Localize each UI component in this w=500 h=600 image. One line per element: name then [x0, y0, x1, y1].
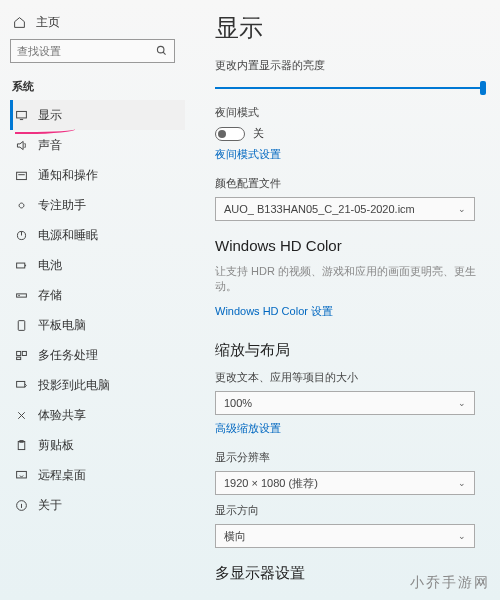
color-profile-value: AUO_ B133HAN05_C_21-05-2020.icm	[224, 203, 415, 215]
sidebar-item-label: 电源和睡眠	[38, 227, 98, 244]
page-title: 显示	[215, 12, 486, 44]
sidebar-item-sound[interactable]: 声音	[10, 130, 185, 160]
search-field[interactable]	[17, 45, 155, 57]
resolution-select[interactable]: 1920 × 1080 (推荐) ⌄	[215, 471, 475, 495]
svg-rect-7	[18, 320, 25, 330]
storage-icon	[14, 289, 28, 302]
sidebar-item-label: 体验共享	[38, 407, 86, 424]
sidebar-item-clipboard[interactable]: 剪贴板	[10, 430, 185, 460]
home-button[interactable]: 主页	[10, 10, 185, 39]
sidebar-item-about[interactable]: 关于	[10, 490, 185, 520]
sidebar-item-power[interactable]: 电源和睡眠	[10, 220, 185, 250]
chevron-down-icon: ⌄	[458, 204, 466, 214]
svg-rect-5	[16, 293, 26, 296]
nightlight-label: 夜间模式	[215, 105, 486, 120]
sidebar-item-shared[interactable]: 体验共享	[10, 400, 185, 430]
sidebar-item-label: 投影到此电脑	[38, 377, 110, 394]
multitask-icon	[14, 349, 28, 362]
svg-rect-1	[16, 111, 26, 118]
hdcolor-header: Windows HD Color	[215, 237, 486, 254]
sidebar-item-label: 平板电脑	[38, 317, 86, 334]
sidebar-item-label: 剪贴板	[38, 437, 74, 454]
brightness-slider[interactable]	[215, 79, 486, 97]
resolution-value: 1920 × 1080 (推荐)	[224, 476, 318, 491]
about-icon	[14, 499, 28, 512]
sidebar-item-remote[interactable]: 远程桌面	[10, 460, 185, 490]
sidebar-item-multitask[interactable]: 多任务处理	[10, 340, 185, 370]
scale-value: 100%	[224, 397, 252, 409]
project-icon	[14, 379, 28, 392]
sidebar-item-label: 显示	[38, 107, 62, 124]
nightlight-settings-link[interactable]: 夜间模式设置	[215, 147, 281, 162]
chevron-down-icon: ⌄	[458, 531, 466, 541]
search-input[interactable]	[10, 39, 175, 63]
chevron-down-icon: ⌄	[458, 398, 466, 408]
chevron-down-icon: ⌄	[458, 478, 466, 488]
brightness-label: 更改内置显示器的亮度	[215, 58, 486, 73]
svg-rect-9	[22, 351, 26, 355]
remote-icon	[14, 469, 28, 482]
sidebar-item-label: 远程桌面	[38, 467, 86, 484]
watermark: 小乔手游网	[410, 574, 490, 592]
sidebar: 主页 系统 显示 声音 通知和操作 专注助手 电源和睡眠 电池	[0, 0, 185, 600]
section-header: 系统	[10, 73, 185, 100]
display-icon	[14, 109, 28, 122]
hdcolor-desc: 让支持 HDR 的视频、游戏和应用的画面更明亮、更生动。	[215, 264, 486, 294]
sidebar-item-tablet[interactable]: 平板电脑	[10, 310, 185, 340]
hdcolor-link[interactable]: Windows HD Color 设置	[215, 304, 333, 319]
sidebar-item-project[interactable]: 投影到此电脑	[10, 370, 185, 400]
focus-icon	[14, 199, 28, 212]
nightlight-toggle[interactable]	[215, 127, 245, 141]
home-label: 主页	[36, 14, 60, 31]
clipboard-icon	[14, 439, 28, 452]
scale-header: 缩放与布局	[215, 341, 486, 360]
home-icon	[12, 16, 26, 29]
color-profile-select[interactable]: AUO_ B133HAN05_C_21-05-2020.icm ⌄	[215, 197, 475, 221]
color-profile-label: 颜色配置文件	[215, 176, 486, 191]
sidebar-item-label: 通知和操作	[38, 167, 98, 184]
search-icon	[155, 44, 168, 59]
sidebar-item-label: 专注助手	[38, 197, 86, 214]
sidebar-item-label: 声音	[38, 137, 62, 154]
orientation-label: 显示方向	[215, 503, 486, 518]
notifications-icon	[14, 169, 28, 182]
nightlight-state: 关	[253, 126, 264, 141]
svg-rect-2	[16, 172, 26, 179]
orientation-select[interactable]: 横向 ⌄	[215, 524, 475, 548]
svg-rect-8	[16, 351, 20, 355]
sidebar-item-display[interactable]: 显示	[10, 100, 185, 130]
svg-rect-4	[16, 263, 24, 268]
main-content: 显示 更改内置显示器的亮度 夜间模式 关 夜间模式设置 颜色配置文件 AUO_ …	[185, 0, 500, 600]
sidebar-item-storage[interactable]: 存储	[10, 280, 185, 310]
sidebar-item-label: 多任务处理	[38, 347, 98, 364]
tablet-icon	[14, 319, 28, 332]
scale-label: 更改文本、应用等项目的大小	[215, 370, 486, 385]
svg-rect-11	[16, 381, 24, 387]
shared-icon	[14, 409, 28, 422]
scale-advanced-link[interactable]: 高级缩放设置	[215, 421, 281, 436]
resolution-label: 显示分辨率	[215, 450, 486, 465]
sidebar-item-notifications[interactable]: 通知和操作	[10, 160, 185, 190]
sidebar-item-label: 关于	[38, 497, 62, 514]
slider-thumb[interactable]	[480, 81, 486, 95]
sidebar-item-battery[interactable]: 电池	[10, 250, 185, 280]
sidebar-item-label: 电池	[38, 257, 62, 274]
scale-select[interactable]: 100% ⌄	[215, 391, 475, 415]
svg-point-6	[18, 295, 19, 296]
battery-icon	[14, 259, 28, 272]
svg-rect-10	[16, 357, 20, 359]
sidebar-item-label: 存储	[38, 287, 62, 304]
sound-icon	[14, 139, 28, 152]
power-icon	[14, 229, 28, 242]
sidebar-item-focus[interactable]: 专注助手	[10, 190, 185, 220]
slider-track	[215, 87, 486, 89]
orientation-value: 横向	[224, 529, 246, 544]
svg-point-0	[157, 46, 164, 53]
